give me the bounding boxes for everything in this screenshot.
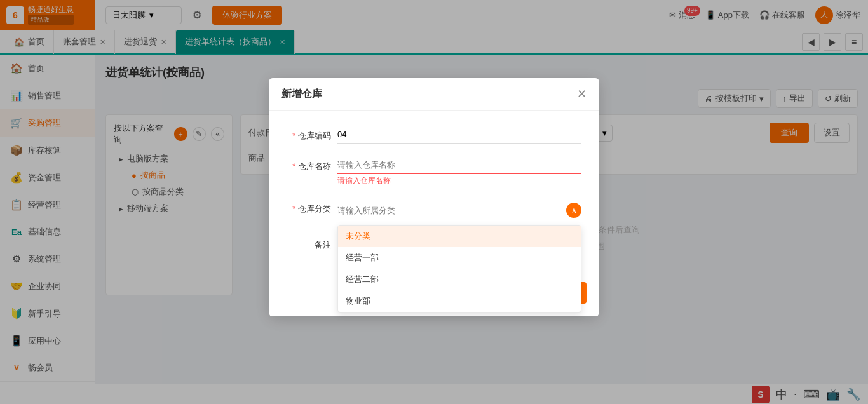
code-field-row: * 仓库编码 (287, 126, 581, 144)
dialog-header: 新增仓库 ✕ (269, 78, 599, 111)
category-label: * 仓库分类 (287, 199, 337, 215)
dialog-close-btn[interactable]: ✕ (577, 87, 587, 101)
code-label: * 仓库编码 (287, 126, 337, 142)
dialog-title: 新增仓库 (281, 88, 322, 101)
dropdown-item-dept1[interactable]: 经营一部 (338, 247, 581, 269)
name-error: 请输入仓库名称 (337, 175, 581, 186)
new-warehouse-dialog: 新增仓库 ✕ * 仓库编码 * 仓库名称 请输入仓库名称 (269, 78, 599, 316)
code-input[interactable] (337, 126, 581, 144)
dropdown-item-dept2[interactable]: 经营二部 (338, 269, 581, 290)
category-dropdown-toggle[interactable]: ∧ (566, 203, 581, 218)
dialog-body: * 仓库编码 * 仓库名称 请输入仓库名称 * 仓库分类 (269, 111, 599, 276)
name-input[interactable] (337, 156, 581, 174)
category-dropdown: 未分类 经营一部 经营二部 物业部 (337, 225, 581, 313)
name-control-wrap: 请输入仓库名称 (337, 156, 581, 186)
category-field-row: * 仓库分类 ∧ 未分类 经营一部 经营二部 物业部 (287, 199, 581, 222)
category-input[interactable] (337, 206, 566, 215)
name-field-row: * 仓库名称 请输入仓库名称 (287, 156, 581, 186)
dropdown-item-uncategorized[interactable]: 未分类 (338, 226, 581, 247)
remark-label: 备注 (287, 235, 337, 251)
name-label: * 仓库名称 (287, 156, 337, 172)
category-control-wrap: ∧ 未分类 经营一部 经营二部 物业部 (337, 199, 581, 222)
dropdown-item-dept3[interactable]: 物业部 (338, 290, 581, 312)
category-select-wrap: ∧ (337, 199, 581, 222)
code-control-wrap (337, 126, 581, 144)
